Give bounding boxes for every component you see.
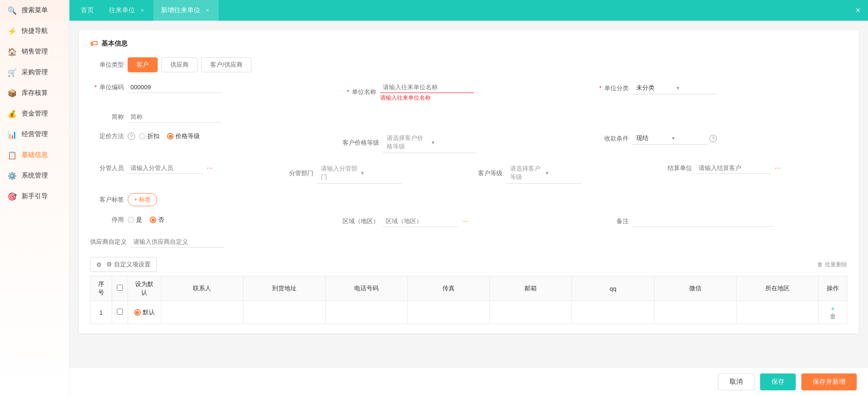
unit-name-wrapper: 请输入往来单位名称 (380, 82, 474, 102)
row-add-btn[interactable]: + (829, 305, 837, 312)
fax-input[interactable] (412, 309, 485, 316)
discount-radio-circle (139, 133, 145, 140)
cancel-button[interactable]: 取消 (718, 373, 754, 390)
price-level-arrow-icon: ▼ (431, 140, 473, 145)
sidebar: 🔍 搜索菜单 ⚡ 快捷导航 🏠 销售管理 🛒 采购管理 📦 库存核算 💰 资金管… (0, 0, 69, 396)
row-address[interactable] (244, 301, 326, 324)
pricing-discount-radio[interactable]: 折扣 (139, 132, 160, 140)
sidebar-item-operations[interactable]: 📊 经营管理 (0, 124, 69, 145)
row-contact[interactable] (161, 301, 243, 324)
sidebar-item-system[interactable]: ⚙️ 系统管理 (0, 165, 69, 186)
pricing-radio-group: 折扣 价格等级 (139, 132, 200, 140)
sidebar-item-quick-nav[interactable]: ⚡ 快捷导航 (0, 21, 69, 41)
sidebar-item-search[interactable]: 🔍 搜索菜单 (0, 0, 69, 21)
pricing-help-icon[interactable]: ? (128, 132, 135, 140)
contacts-table: 序号 设为默认 联系人 到货地址 电话号码 传真 邮箱 qq 微信 所在地区 操… (90, 276, 847, 324)
unit-code-label: * 单位编码 (90, 83, 128, 92)
sidebar-item-inventory[interactable]: 📦 库存核算 (0, 83, 69, 103)
default-radio[interactable]: 默认 (133, 308, 156, 317)
disabled-no-radio[interactable]: 否 (150, 216, 164, 224)
settlement-unit-field: 结算单位 ··· (658, 163, 848, 174)
region-table-input[interactable] (741, 309, 814, 316)
custom-settings-button[interactable]: ⚙ ⚙ 自定义项设置 (90, 257, 157, 272)
section-icon: 🏷 (90, 39, 98, 48)
tab-partner-close[interactable]: × (139, 6, 146, 15)
wechat-input[interactable] (659, 309, 731, 316)
address-input[interactable] (248, 309, 320, 316)
customer-level-field: 客户等级 请选择客户等级 ▼ (469, 163, 658, 184)
unit-code-field: * 单位编码 (90, 82, 343, 93)
home-icon: 🏠 (8, 47, 17, 56)
col-contact: 联系人 (161, 276, 243, 301)
lightning-icon: ⚡ (8, 26, 17, 36)
unit-type-customer-btn[interactable]: 客户 (128, 57, 158, 72)
customer-price-level-select[interactable]: 请选择客户价格等级 ▼ (383, 132, 477, 153)
unit-category-label: * 单位分类 (595, 84, 632, 93)
col-default: 设为默认 (128, 276, 161, 301)
row-email[interactable] (490, 301, 572, 324)
department-select[interactable]: 请输入分管部门 ▼ (317, 163, 402, 184)
tab-new-partner[interactable]: 新增往来单位 × (153, 0, 219, 21)
sidebar-item-finance[interactable]: 💰 资金管理 (0, 103, 69, 124)
save-button[interactable]: 保存 (760, 373, 796, 390)
disabled-region-remark-row: 停用 是 否 区域（地区） (90, 216, 847, 227)
unit-name-error: 请输入往来单位名称 (380, 94, 474, 102)
settlement-unit-input[interactable] (696, 163, 771, 174)
department-label: 分管部门 (280, 169, 317, 178)
tab-home[interactable]: 首页 (73, 0, 101, 21)
unit-name-field: * 单位名称 请输入往来单位名称 (343, 82, 595, 102)
customer-level-label: 客户等级 (469, 169, 506, 178)
add-tag-button[interactable]: + 标签 (128, 193, 157, 206)
sidebar-item-purchase[interactable]: 🛒 采购管理 (0, 62, 69, 83)
pricing-level-radio[interactable]: 价格等级 (167, 132, 200, 140)
disabled-label: 停用 (90, 216, 128, 224)
customer-price-level-field: 客户价格等级 请选择客户价格等级 ▼ (343, 132, 595, 153)
unit-type-both-btn[interactable]: 客户/供应商 (201, 57, 251, 72)
unit-type-supplier-btn[interactable]: 供应商 (161, 57, 198, 72)
unit-category-select[interactable]: 未分类 ▼ (632, 82, 717, 94)
remark-input[interactable] (632, 216, 773, 227)
disabled-yes-radio[interactable]: 是 (128, 216, 142, 224)
payment-terms-help-icon[interactable]: ? (709, 135, 717, 142)
short-name-row: 简称 (90, 111, 847, 123)
supplier-custom-input[interactable] (130, 236, 224, 248)
content-area: 🏷 基本信息 单位类型 客户 供应商 客户/供应商 * (69, 21, 868, 367)
row-region[interactable] (736, 301, 818, 324)
customer-level-select[interactable]: 请选择客户等级 ▼ (506, 163, 581, 184)
payment-terms-select[interactable]: 现结 ▼ (632, 132, 708, 145)
region-input[interactable] (383, 216, 458, 227)
settlement-unit-more-btn[interactable]: ··· (773, 164, 783, 172)
select-all-checkbox[interactable] (117, 285, 123, 291)
window-close-button[interactable]: × (852, 6, 864, 16)
row-checkbox[interactable] (117, 309, 123, 315)
unit-name-input[interactable] (380, 82, 474, 93)
unit-code-input[interactable] (128, 82, 221, 93)
sidebar-item-guide[interactable]: 🎯 新手引导 (0, 186, 69, 207)
form-footer: 取消 保存 保存并新增 (69, 367, 868, 396)
tab-new-partner-close[interactable]: × (204, 6, 211, 15)
save-and-new-button[interactable]: 保存并新增 (801, 373, 857, 390)
qq-input[interactable] (577, 309, 649, 316)
email-input[interactable] (495, 309, 567, 316)
short-name-input[interactable] (128, 111, 221, 123)
payment-terms-arrow-icon: ▼ (671, 136, 704, 141)
manager-more-btn[interactable]: ··· (205, 164, 214, 172)
category-arrow-icon: ▼ (676, 85, 713, 91)
pricing-method-label: 定价方法 (90, 132, 128, 140)
manager-input[interactable] (128, 163, 203, 174)
row-phone[interactable] (326, 301, 408, 324)
phone-input[interactable] (330, 309, 403, 316)
region-more-btn[interactable]: ··· (460, 217, 470, 225)
contact-input[interactable] (166, 309, 238, 316)
row-fax[interactable] (408, 301, 490, 324)
row-wechat[interactable] (654, 301, 736, 324)
row-delete-btn[interactable]: 🗑 (828, 312, 838, 320)
sidebar-item-basics[interactable]: 📋 基础信息 (0, 145, 69, 165)
batch-delete-btn[interactable]: 🗑 批量删除 (817, 261, 847, 269)
row-qq[interactable] (572, 301, 654, 324)
department-field: 分管部门 请输入分管部门 ▼ (280, 163, 469, 184)
tab-partner[interactable]: 往来单位 × (101, 0, 153, 21)
code-name-category-row: * 单位编码 * 单位名称 请输入往来单位名称 (90, 82, 847, 102)
sidebar-item-sales[interactable]: 🏠 销售管理 (0, 41, 69, 62)
unit-type-row: 单位类型 客户 供应商 客户/供应商 (90, 57, 847, 72)
